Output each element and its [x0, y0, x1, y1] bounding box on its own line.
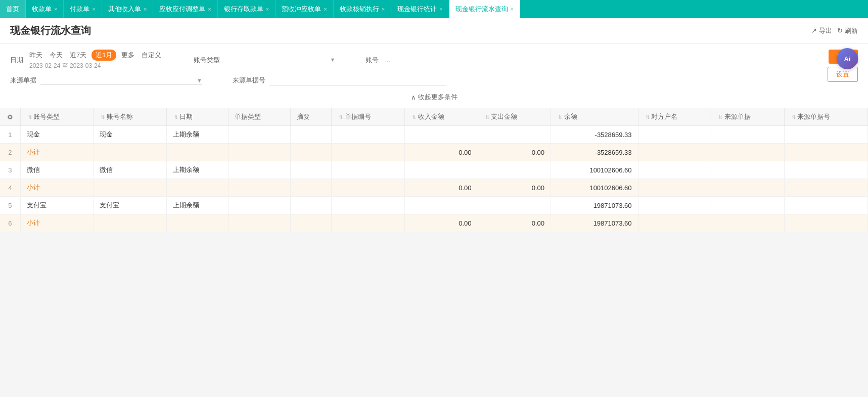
table-cell: 小计 — [20, 214, 94, 232]
shortcut-recent1m[interactable]: 近1月 — [92, 50, 116, 61]
nav-item-advance-offset[interactable]: 预收冲应收单× — [276, 0, 333, 18]
table-cell — [332, 126, 405, 144]
table-cell: 0.00 — [478, 179, 551, 197]
table-container: ⚙ ⇅ 账号类型 ⇅ 账号名称 ⇅ 日期 单据类型 摘要 ⇅ 单据编号 ⇅ 收入… — [0, 108, 868, 232]
table-cell — [291, 214, 332, 232]
sort-icon: ⇅ — [28, 114, 32, 120]
shortcut-yesterday[interactable]: 昨天 — [27, 50, 44, 61]
source-doc-select[interactable]: ▼ — [40, 76, 202, 85]
table-cell — [711, 161, 785, 179]
close-icon[interactable]: × — [382, 6, 385, 12]
table-row: 3微信微信上期余额100102606.60 — [0, 161, 868, 179]
nav-item-other-income[interactable]: 其他收入单× — [102, 0, 153, 18]
col-date[interactable]: ⇅ 日期 — [166, 108, 229, 126]
table-cell — [291, 161, 332, 179]
table-cell — [229, 179, 291, 197]
export-button[interactable]: ↗ 导出 — [811, 26, 832, 35]
export-icon: ↗ — [811, 27, 817, 34]
page-header: 现金银行流水查询 ↗ 导出 ↻ 刷新 — [0, 18, 868, 43]
table-cell — [405, 126, 478, 144]
table-cell: 现金 — [94, 126, 167, 144]
close-icon[interactable]: × — [144, 6, 147, 12]
col-settings[interactable]: ⚙ — [0, 108, 20, 126]
close-icon[interactable]: × — [266, 6, 269, 12]
table-row: 5支付宝支付宝上期余额19871073.60 — [0, 197, 868, 214]
table-row: 2小计0.000.00-3528659.33 — [0, 144, 868, 161]
table-cell — [332, 144, 405, 161]
nav-item-cash-bank-stats[interactable]: 现金银行统计× — [391, 0, 449, 18]
nav-item-ar-ap-adjust[interactable]: 应收应付调整单× — [153, 0, 217, 18]
col-doc-no[interactable]: ⇅ 单据编号 — [332, 108, 405, 126]
table-cell: 现金 — [20, 126, 94, 144]
collapse-bar[interactable]: ∧ 收起更多条件 — [10, 91, 858, 102]
table-cell — [405, 161, 478, 179]
col-source-doc[interactable]: ⇅ 来源单据 — [711, 108, 785, 126]
table-cell: 0.00 — [478, 214, 551, 232]
source-doc-filter-group: 来源单据 ▼ — [10, 76, 202, 85]
table-cell — [711, 144, 785, 161]
table-cell — [711, 197, 785, 214]
shortcut-today[interactable]: 今天 — [48, 50, 65, 61]
column-settings-icon[interactable]: ⚙ — [7, 113, 13, 121]
sort-icon-5: ⇅ — [412, 114, 416, 120]
close-icon[interactable]: × — [324, 6, 327, 12]
col-account-type[interactable]: ⇅ 账号类型 — [20, 108, 94, 126]
table-cell: 2 — [0, 144, 20, 161]
table-cell — [784, 126, 867, 144]
nav-item-cash-bank-flow[interactable]: 现金银行流水查询× — [449, 0, 520, 18]
table-cell — [638, 126, 711, 144]
ai-badge[interactable]: Ai — [837, 48, 858, 69]
table-cell — [784, 144, 867, 161]
col-account-name[interactable]: ⇅ 账号名称 — [94, 108, 167, 126]
table-cell: 3 — [0, 161, 20, 179]
close-icon[interactable]: × — [208, 6, 211, 12]
table-cell — [94, 179, 167, 197]
col-counterpart[interactable]: ⇅ 对方户名 — [638, 108, 711, 126]
shortcut-more[interactable]: 更多 — [119, 50, 136, 61]
account-type-select[interactable]: ▼ — [224, 56, 335, 64]
source-doc-arrow-icon: ▼ — [197, 77, 202, 83]
table-cell — [711, 126, 785, 144]
table-cell: 微信 — [94, 161, 167, 179]
account-more-icon[interactable]: ... — [385, 56, 390, 64]
filter-row-2: 来源单据 ▼ 来源单据号 — [10, 75, 807, 85]
shortcut-recent7[interactable]: 近7天 — [68, 50, 88, 61]
nav-item-receipt[interactable]: 收款单× — [26, 0, 64, 18]
shortcut-custom[interactable]: 自定义 — [140, 50, 163, 61]
col-income[interactable]: ⇅ 收入金额 — [405, 108, 478, 126]
col-source-doc-no[interactable]: ⇅ 来源单据号 — [784, 108, 867, 126]
sort-icon-9: ⇅ — [718, 114, 722, 120]
sort-icon-2: ⇅ — [101, 114, 105, 120]
table-cell — [478, 161, 551, 179]
table-cell — [229, 126, 291, 144]
close-icon[interactable]: × — [92, 6, 95, 12]
settings-button[interactable]: 设置 — [828, 67, 858, 82]
nav-item-payment[interactable]: 付款单× — [64, 0, 102, 18]
close-icon[interactable]: × — [54, 6, 57, 12]
col-expense[interactable]: ⇅ 支出金额 — [478, 108, 551, 126]
collapse-up-icon: ∧ — [411, 94, 416, 101]
sort-icon-6: ⇅ — [485, 114, 489, 120]
close-icon[interactable]: × — [511, 6, 514, 12]
table-cell: -3528659.33 — [551, 126, 638, 144]
table-cell — [229, 161, 291, 179]
sort-icon-10: ⇅ — [792, 114, 796, 120]
col-balance[interactable]: ⇅ 余额 — [551, 108, 638, 126]
table-cell — [478, 126, 551, 144]
table-cell — [166, 179, 229, 197]
nav-item-home[interactable]: 首页 — [0, 0, 26, 18]
refresh-button[interactable]: ↻ 刷新 — [837, 26, 858, 35]
table-cell — [638, 197, 711, 214]
table-cell: 0.00 — [405, 144, 478, 161]
table-row: 4小计0.000.00100102606.60 — [0, 179, 868, 197]
source-doc-no-input[interactable] — [269, 75, 446, 85]
table-cell — [638, 179, 711, 197]
nav-item-receipt-verify[interactable]: 收款核销执行× — [334, 0, 391, 18]
table-cell: -3528659.33 — [551, 144, 638, 161]
date-filter-group: 日期 昨天 今天 近7天 近1月 更多 自定义 2023-02-24 至 202… — [10, 50, 163, 70]
nav-item-bank-deposit[interactable]: 银行存取款单× — [218, 0, 276, 18]
close-icon[interactable]: × — [439, 6, 442, 12]
account-type-label: 账号类型 — [194, 56, 220, 65]
page-title: 现金银行流水查询 — [10, 24, 91, 37]
top-nav: 首页收款单×付款单×其他收入单×应收应付调整单×银行存取款单×预收冲应收单×收款… — [0, 0, 868, 18]
